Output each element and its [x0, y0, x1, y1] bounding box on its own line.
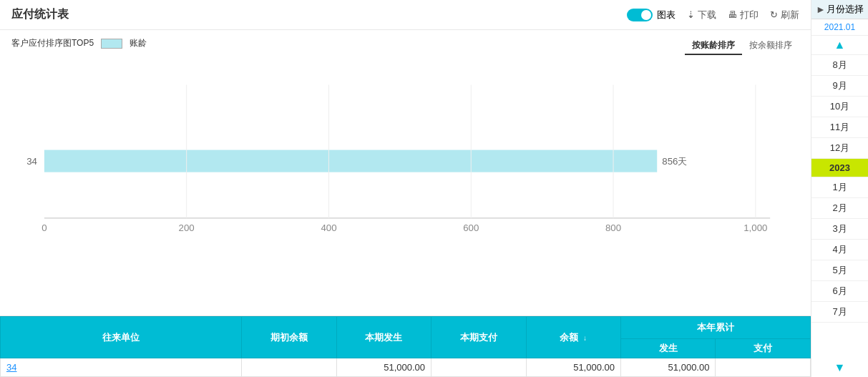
- sidebar-date[interactable]: 2021.01: [811, 19, 868, 36]
- chart-toggle-wrap: 图表: [627, 9, 676, 21]
- svg-text:856天: 856天: [662, 156, 687, 167]
- refresh-icon: ↻: [770, 9, 778, 20]
- table-row: 34 51,000.00 51,000.00 51,000.00: [1, 358, 811, 377]
- sidebar: ► 月份选择 2021.01 ▲ 8月 9月 10月 11月 12月 2023 …: [811, 0, 868, 377]
- refresh-button[interactable]: ↻ 刷新: [770, 9, 799, 21]
- svg-text:800: 800: [605, 222, 621, 233]
- col-group-nian: 本年累计: [621, 317, 811, 339]
- cell-yue: 51,000.00: [526, 358, 620, 377]
- svg-text:1,000: 1,000: [743, 222, 767, 233]
- col-nian-fasheng: 发生: [621, 339, 716, 358]
- sidebar-month-jan[interactable]: 1月: [811, 177, 868, 198]
- svg-text:600: 600: [463, 222, 479, 233]
- scroll-down-button[interactable]: ▼: [811, 358, 868, 377]
- scroll-up-button[interactable]: ▲: [811, 36, 868, 55]
- col-qichu: 期初余额: [242, 317, 336, 358]
- col-zhifu: 本期支付: [431, 317, 526, 358]
- sidebar-title: 月份选择: [826, 3, 864, 16]
- month-list: 8月 9月 10月 11月 12月 2023 1月 2月 3月 4月 5月 6月…: [811, 55, 868, 358]
- sidebar-month-jun[interactable]: 6月: [811, 281, 868, 302]
- stats-table: 往来单位 期初余额 本期发生 本期支付 余额 ↓ 本年累计 发生 支付: [0, 316, 811, 377]
- table-area: 往来单位 期初余额 本期发生 本期支付 余额 ↓ 本年累计 发生 支付: [0, 316, 811, 377]
- col-unit: 往来单位: [1, 317, 242, 358]
- sidebar-month-feb[interactable]: 2月: [811, 198, 868, 219]
- sidebar-header: ► 月份选择: [811, 0, 868, 19]
- chart-legend: 客户应付排序图TOP5 账龄: [11, 37, 799, 49]
- svg-rect-1: [44, 150, 657, 172]
- sort-icon: ↓: [583, 334, 587, 342]
- legend-box: [101, 39, 122, 49]
- sort-by-age-button[interactable]: 按账龄排序: [685, 37, 742, 55]
- legend-box-label: 账龄: [130, 37, 147, 49]
- print-icon: 🖶: [728, 9, 737, 20]
- table-wrap: 往来单位 期初余额 本期发生 本期支付 余额 ↓ 本年累计 发生 支付: [0, 316, 811, 377]
- chart-toggle-label: 图表: [657, 9, 676, 21]
- expand-icon[interactable]: ►: [816, 4, 826, 15]
- svg-text:0: 0: [42, 222, 47, 233]
- cell-nian-zhifu: [716, 358, 811, 377]
- chart-toggle[interactable]: [627, 9, 653, 21]
- cell-unit[interactable]: 34: [1, 358, 242, 377]
- download-button[interactable]: ⇣ 下载: [687, 9, 716, 21]
- sidebar-month-mar[interactable]: 3月: [811, 219, 868, 240]
- svg-text:200: 200: [179, 222, 195, 233]
- chart-area: 客户应付排序图TOP5 账龄 按账龄排序 按余额排序 34 856天 0 200…: [0, 30, 811, 316]
- sort-by-balance-button[interactable]: 按余额排序: [742, 37, 799, 55]
- cell-nian-fasheng: 51,000.00: [621, 358, 716, 377]
- download-icon: ⇣: [687, 9, 695, 20]
- page-title: 应付统计表: [11, 7, 69, 22]
- sidebar-month-apr[interactable]: 4月: [811, 240, 868, 260]
- sort-buttons: 按账龄排序 按余额排序: [685, 37, 799, 55]
- sidebar-month-dec[interactable]: 12月: [811, 138, 868, 159]
- col-fasheng: 本期发生: [336, 317, 431, 358]
- col-nian-zhifu: 支付: [716, 339, 811, 358]
- print-button[interactable]: 🖶 打印: [728, 9, 759, 21]
- sidebar-month-jul[interactable]: 7月: [811, 302, 868, 323]
- cell-zhifu: [431, 358, 526, 377]
- legend-label: 客户应付排序图TOP5: [11, 37, 94, 49]
- header-actions: 图表 ⇣ 下载 🖶 打印 ↻ 刷新: [627, 9, 799, 21]
- svg-text:400: 400: [321, 222, 336, 233]
- sidebar-month-nov[interactable]: 11月: [811, 117, 868, 138]
- header: 应付统计表 图表 ⇣ 下载 🖶 打印 ↻ 刷新: [0, 0, 811, 30]
- sidebar-month-aug[interactable]: 8月: [811, 55, 868, 76]
- chart-container: 34 856天 0 200 400 600 800 1,000: [11, 55, 799, 263]
- sidebar-year-2023[interactable]: 2023: [811, 159, 868, 177]
- chart-svg: 34 856天 0 200 400 600 800 1,000: [11, 55, 799, 263]
- sidebar-month-oct[interactable]: 10月: [811, 97, 868, 117]
- cell-qichu: [242, 358, 336, 377]
- svg-text:34: 34: [26, 156, 37, 167]
- sidebar-month-may[interactable]: 5月: [811, 260, 868, 281]
- cell-fasheng: 51,000.00: [336, 358, 431, 377]
- col-yue: 余额 ↓: [526, 317, 620, 358]
- sidebar-month-sep[interactable]: 9月: [811, 76, 868, 97]
